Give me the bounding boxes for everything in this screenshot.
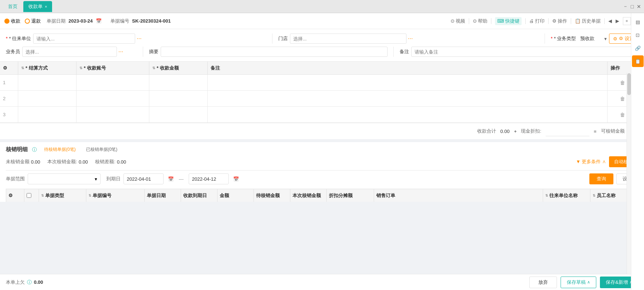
salesperson-more-btn[interactable]: ··· bbox=[118, 48, 123, 55]
minimize-icon[interactable]: － bbox=[623, 3, 628, 10]
date-from-icon[interactable]: 📅 bbox=[168, 176, 174, 182]
radio-receipt[interactable]: 收款 bbox=[4, 18, 20, 24]
history-btn[interactable]: 📋 历史单据 bbox=[575, 18, 601, 24]
shortcut-icon: ⌨ bbox=[497, 18, 504, 24]
btcol-current-amount: 本次核销金额 bbox=[290, 189, 327, 202]
counterpart-more-btn[interactable]: ··· bbox=[137, 35, 141, 42]
row-1-amount[interactable] bbox=[149, 75, 208, 90]
row-2-settlement[interactable] bbox=[18, 91, 76, 106]
btcol-checkbox[interactable] bbox=[24, 189, 39, 202]
date-from-input[interactable] bbox=[123, 173, 164, 184]
btcol-due-date: 收款到期日 bbox=[181, 189, 217, 202]
writeoff-info-icon[interactable]: ⓘ bbox=[32, 146, 37, 153]
radio-refund[interactable]: 退款 bbox=[25, 18, 41, 24]
nav-left-icon[interactable]: ◀ bbox=[608, 18, 612, 24]
calendar-icon[interactable]: 📅 bbox=[96, 18, 102, 24]
row-3-remark[interactable] bbox=[208, 107, 608, 122]
row-3-settlement[interactable] bbox=[18, 107, 76, 122]
more-filter-btn[interactable]: ▼ 更多条件 ∧ bbox=[576, 158, 606, 165]
nav-right-icon[interactable]: ▶ bbox=[616, 18, 619, 24]
history-icon: 📋 bbox=[575, 18, 581, 24]
layout-list-icon[interactable]: ≡ bbox=[623, 17, 631, 25]
bottom-info-icon[interactable]: ⓘ bbox=[27, 279, 32, 286]
btcol-doc-no-label: 单据编号 bbox=[93, 192, 111, 199]
col-settlement-label: * 结算方式 bbox=[25, 65, 48, 71]
row-1-delete-icon[interactable]: 🗑 bbox=[620, 80, 625, 86]
bottom-info: 本单上欠 ⓘ 0.00 bbox=[6, 279, 43, 286]
range-select[interactable]: ▾ bbox=[28, 173, 101, 184]
store-more-btn[interactable]: ··· bbox=[408, 35, 413, 42]
col-settings-header[interactable]: ⚙ bbox=[0, 62, 18, 74]
row-3-account[interactable] bbox=[76, 107, 149, 122]
remark-field: 备注 bbox=[400, 47, 638, 57]
sidebar-icon-3[interactable]: 🔗 bbox=[632, 42, 644, 54]
row-1-settlement[interactable] bbox=[18, 75, 76, 90]
unverified-stat: 未核销金额 0.00 bbox=[6, 158, 40, 165]
btcol-counterpart: ⇅ 往来单位名称 bbox=[543, 189, 590, 202]
store-input[interactable] bbox=[290, 34, 407, 44]
scroll-thumb[interactable] bbox=[627, 73, 631, 95]
abandon-button[interactable]: 放弃 bbox=[529, 277, 557, 288]
business-type-arrow[interactable]: ▾ bbox=[604, 36, 607, 42]
calc-row: 收款合计 0.00 + 现金折扣: = 可核销金额 0.00 bbox=[0, 123, 644, 139]
row-1-account[interactable] bbox=[76, 75, 149, 90]
range-select-arrow: ▾ bbox=[95, 176, 97, 182]
filter-row: 单据范围 ▾ 到期日 📅 — 📅 查询 设置 bbox=[6, 170, 638, 187]
row-2-account[interactable] bbox=[76, 91, 149, 106]
writeoff-title-row: 核销明细 ⓘ 待核销单据(0笔) 已核销单据(0笔) bbox=[6, 146, 638, 153]
video-btn[interactable]: ⊙ 视频 bbox=[451, 18, 465, 24]
tab-receipt-label: 收款单 bbox=[28, 3, 43, 10]
remark-input[interactable] bbox=[411, 47, 638, 57]
row-2-delete-icon[interactable]: 🗑 bbox=[620, 96, 625, 102]
tab-close-icon[interactable]: × bbox=[45, 4, 47, 9]
sort-icon3: ⇅ bbox=[152, 66, 155, 70]
diff-stat: 核销差额: 0.00 bbox=[95, 158, 126, 165]
form-section: * * 往来单位 ··· 门店 ··· * * 业务类型 预收款 ▾ ⚙ ⚙ 设… bbox=[0, 29, 644, 62]
tab-pending[interactable]: 待核销单据(0笔) bbox=[41, 146, 79, 153]
row-2-num: 2 bbox=[0, 91, 18, 106]
sidebar-icon-4-glyph: 📋 bbox=[635, 59, 641, 64]
row-3-delete-icon[interactable]: 🗑 bbox=[620, 112, 625, 118]
operation-btn[interactable]: ⚙ 操作 bbox=[552, 18, 567, 24]
help-btn[interactable]: ⊙ 帮助 bbox=[473, 18, 487, 24]
date-to-icon[interactable]: 📅 bbox=[233, 176, 239, 182]
sidebar-icon-4[interactable]: 📋 bbox=[632, 55, 644, 67]
salesperson-input[interactable] bbox=[22, 47, 117, 57]
btcol-doc-type: ⇅ 单据类型 bbox=[39, 189, 86, 202]
col-amount-label: * 收款金额 bbox=[157, 65, 179, 71]
help-icon: ⊙ bbox=[473, 18, 477, 24]
doc-info: 单据日期 2023-03-24 📅 单据编号 SK-20230324-001 bbox=[47, 18, 171, 24]
btsort3: ⇅ bbox=[545, 194, 548, 197]
summary-input[interactable] bbox=[161, 47, 388, 57]
row-2-remark[interactable] bbox=[208, 91, 608, 106]
business-type-label-text: * 业务类型 bbox=[554, 36, 576, 41]
total-label: 收款合计 bbox=[477, 128, 496, 134]
sidebar-icon-1[interactable]: ▤ bbox=[632, 16, 644, 28]
tab-receipt[interactable]: 收款单 × bbox=[23, 1, 52, 12]
col-account-label: * 收款账号 bbox=[84, 65, 106, 71]
save-draft-button[interactable]: 保存草稿 ∧ bbox=[561, 277, 596, 288]
row-1-remark[interactable] bbox=[208, 75, 608, 90]
section-gap bbox=[0, 139, 644, 142]
radio-refund-dot bbox=[25, 19, 30, 24]
discount-input[interactable] bbox=[546, 126, 589, 136]
doc-date-label: 单据日期 bbox=[47, 18, 66, 24]
btcol-settings[interactable]: ⚙ bbox=[6, 189, 24, 202]
sidebar-icon-2[interactable]: ⊡ bbox=[632, 29, 644, 41]
tab-home[interactable]: 首页 bbox=[3, 1, 23, 12]
total-value: 0.00 bbox=[500, 129, 510, 134]
close-icon[interactable]: ✕ bbox=[637, 4, 641, 9]
row-2-amount[interactable] bbox=[149, 91, 208, 106]
counterpart-field: * * 往来单位 ··· bbox=[6, 34, 266, 44]
print-btn[interactable]: 🖨 打印 bbox=[529, 18, 545, 24]
select-all-checkbox[interactable] bbox=[27, 193, 31, 198]
date-to-input[interactable] bbox=[189, 173, 229, 184]
scroll-track[interactable] bbox=[627, 73, 631, 274]
maximize-icon[interactable]: □ bbox=[631, 4, 634, 9]
counterpart-input[interactable] bbox=[33, 34, 135, 44]
query-button[interactable]: 查询 bbox=[589, 173, 613, 184]
row-3-amount[interactable] bbox=[149, 107, 208, 122]
shortcut-btn[interactable]: ⌨ 快捷键 bbox=[495, 17, 522, 25]
tab-done[interactable]: 已核销单据(0笔) bbox=[83, 146, 121, 153]
bottom-table-header: ⚙ ⇅ 单据类型 ⇅ 单据编号 单据日期 收款到期日 金额 待核销金额 本次核销… bbox=[6, 189, 638, 202]
